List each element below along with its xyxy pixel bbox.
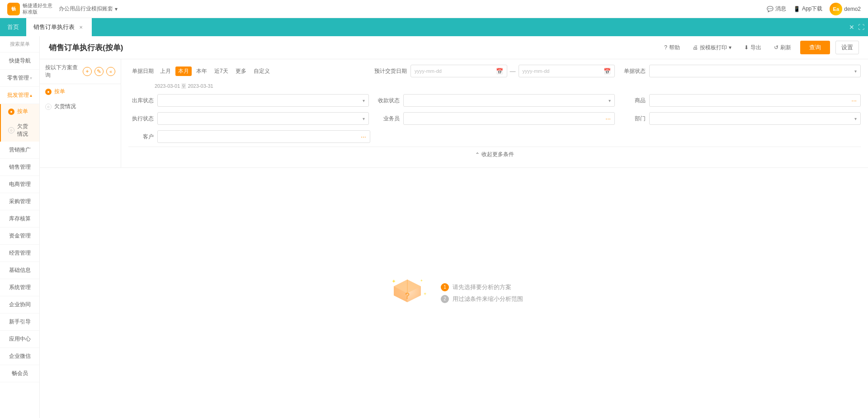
department-select[interactable]: ▾ <box>649 112 861 125</box>
delivery-date-from[interactable]: yyyy-mm-dd 📅 <box>410 65 507 77</box>
date-tab-custom[interactable]: 自定义 <box>251 66 273 76</box>
filter-area: 按以下方案查询 + ✎ « ● 按单 ○ 欠货情况 <box>40 59 868 168</box>
order-status-caret-icon: ▾ <box>854 69 857 74</box>
sidebar-quick-nav[interactable]: 快捷导航 <box>0 52 39 70</box>
sidebar-item-corp-wechat[interactable]: 企业微信 <box>0 348 39 365</box>
filter-row-1: 单据日期 上月 本月 本年 近7天 更多 自定义 <box>128 65 861 77</box>
filter-row-4: 客户 ··· <box>128 130 861 143</box>
step-2-circle: 2 <box>441 295 449 303</box>
app-selector[interactable]: 办公用品行业模拟账套 ▾ <box>56 4 120 14</box>
scheme-inactive-icon: ○ <box>45 104 52 110</box>
page-actions: ? 帮助 🖨 按模板打印 ▾ ⬇ 导出 ↺ 刷新 查询 设置 <box>660 41 859 54</box>
query-button[interactable]: 查询 <box>800 41 830 54</box>
main-layout: 搜索菜单 快捷导航 零售管理 ▾ 批发管理 ▴ ● 按单 ○ 欠货情况 营销推广 <box>0 36 868 418</box>
date-range-row: 2023-03-01 至 2023-03-31 <box>155 83 861 90</box>
help-button[interactable]: ? 帮助 <box>660 42 684 53</box>
delivery-status-select[interactable]: ▾ <box>157 94 369 107</box>
payment-status-caret-icon: ▾ <box>609 98 611 103</box>
payment-status-select[interactable]: ▾ <box>403 94 615 107</box>
filter-cell-salesperson: 业务员 ··· <box>374 112 615 125</box>
sidebar-item-sales-mgmt[interactable]: 销售管理 <box>0 159 39 176</box>
refresh-button[interactable]: ↺ 刷新 <box>770 42 795 53</box>
scheme-item-欠货情况[interactable]: ○ 欠货情况 <box>40 99 121 114</box>
scheme-item-按单[interactable]: ● 按单 <box>40 84 121 99</box>
collapse-button[interactable]: ⌃ 收起更多条件 <box>475 151 514 158</box>
app-download-action[interactable]: 📱 App下载 <box>793 5 822 13</box>
date-tab-prev[interactable]: 上月 <box>157 66 174 76</box>
delivery-date-to[interactable]: yyyy-mm-dd 📅 <box>519 65 615 77</box>
date-tabs: 上月 本月 本年 近7天 更多 自定义 <box>157 66 273 76</box>
empty-content: ? ✦ ✦ ✦ 1 请先选择要分析的方案 2 用过滤条件来缩小分析范围 <box>385 271 523 316</box>
user-profile[interactable]: Ea demo2 <box>830 3 861 15</box>
date-tab-more[interactable]: 更多 <box>233 66 249 76</box>
order-status-select[interactable]: ▾ <box>649 65 861 77</box>
tab-sales-exec[interactable]: 销售订单执行表 ✕ <box>26 18 92 36</box>
help-icon: ? <box>664 44 667 51</box>
empty-state: ? ✦ ✦ ✦ 1 请先选择要分析的方案 2 用过滤条件来缩小分析范围 <box>40 168 868 418</box>
sidebar-item-retail[interactable]: 零售管理 ▾ <box>0 70 39 87</box>
customer-label: 客户 <box>128 133 154 141</box>
scheme-active-icon: ● <box>45 89 52 95</box>
department-caret-icon: ▾ <box>854 116 857 121</box>
window-close-icon[interactable]: ✕ <box>849 24 854 31</box>
page-header: 销售订单执行表(按单) ? 帮助 🖨 按模板打印 ▾ ⬇ 导出 ↺ 刷新 <box>40 36 868 59</box>
collapse-left-button[interactable]: « <box>106 67 115 76</box>
filter-form-content: 单据日期 上月 本月 本年 近7天 更多 自定义 <box>121 59 868 167</box>
salesperson-input[interactable]: ··· <box>403 112 615 125</box>
submenu-debt[interactable]: ○ 欠货情况 <box>1 119 39 142</box>
filter-cell-department: 部门 ▾ <box>620 112 861 125</box>
sidebar-item-purchase[interactable]: 采购管理 <box>0 193 39 210</box>
sidebar-item-system[interactable]: 系统管理 <box>0 279 39 296</box>
product-label: 商品 <box>620 97 646 104</box>
filter-row-2: 出库状态 ▾ 收款状态 ▾ <box>128 94 861 107</box>
customer-dots-icon[interactable]: ··· <box>361 133 366 140</box>
delivery-date-inputs: yyyy-mm-dd 📅 — yyyy-mm-dd 📅 <box>410 65 615 77</box>
sidebar-item-finance[interactable]: 资金管理 <box>0 228 39 245</box>
nav-tabs: 首页 销售订单执行表 ✕ ✕ ⛶ <box>0 18 868 36</box>
sidebar-item-marketing[interactable]: 营销推广 <box>0 142 39 159</box>
tab-close-icon[interactable]: ✕ <box>77 24 85 31</box>
date-range-text: 2023-03-01 至 2023-03-31 <box>155 83 213 90</box>
product-input[interactable]: ··· <box>649 94 861 107</box>
product-dots-icon[interactable]: ··· <box>851 97 857 104</box>
exec-status-select[interactable]: ▾ <box>157 112 369 125</box>
window-maximize-icon[interactable]: ⛶ <box>858 24 864 31</box>
sidebar-item-operations[interactable]: 经营管理 <box>0 245 39 262</box>
date-tab-current[interactable]: 本月 <box>175 66 192 76</box>
date-tab-7days[interactable]: 近7天 <box>212 66 231 76</box>
empty-illustration: ? ✦ ✦ ✦ <box>385 271 430 316</box>
sidebar-item-newbie[interactable]: 新手引导 <box>0 314 39 331</box>
customer-input[interactable]: ··· <box>157 130 370 143</box>
svg-text:✦: ✦ <box>420 279 423 283</box>
sidebar-item-member[interactable]: 畅会员 <box>0 365 39 382</box>
left-panel-header: 按以下方案查询 + ✎ « <box>40 59 121 84</box>
brand-icon: 畅 <box>7 3 20 15</box>
left-panel: 按以下方案查询 + ✎ « ● 按单 ○ 欠货情况 <box>40 59 121 167</box>
sidebar-item-wholesale[interactable]: 批发管理 ▴ <box>0 87 39 104</box>
settings-button[interactable]: 设置 <box>835 41 859 54</box>
order-status-label: 单据状态 <box>620 67 646 75</box>
download-icon: 📱 <box>793 6 800 12</box>
print-button[interactable]: 🖨 按模板打印 ▾ <box>689 42 735 53</box>
message-action[interactable]: 💬 消息 <box>767 5 786 13</box>
step-1-circle: 1 <box>441 283 449 291</box>
submenu-sales-order[interactable]: ● 按单 <box>1 104 39 119</box>
delivery-status-label: 出库状态 <box>128 97 154 104</box>
export-button[interactable]: ⬇ 导出 <box>741 42 765 53</box>
sidebar-search[interactable]: 搜索菜单 <box>0 36 39 52</box>
top-header: 畅 畅捷通好生意 标准版 办公用品行业模拟账套 ▾ 💬 消息 📱 App下载 E… <box>0 0 868 18</box>
message-icon: 💬 <box>767 6 774 12</box>
svg-text:✦: ✦ <box>392 278 396 285</box>
sidebar-item-enterprise[interactable]: 企业协同 <box>0 296 39 314</box>
edit-scheme-button[interactable]: ✎ <box>94 67 104 76</box>
sidebar-item-app-center[interactable]: 应用中心 <box>0 331 39 348</box>
sidebar-item-base-info[interactable]: 基础信息 <box>0 262 39 279</box>
tab-home[interactable]: 首页 <box>0 18 26 36</box>
content-area: 销售订单执行表(按单) ? 帮助 🖨 按模板打印 ▾ ⬇ 导出 ↺ 刷新 <box>40 36 868 418</box>
sidebar-item-ecommerce[interactable]: 电商管理 <box>0 176 39 193</box>
add-scheme-button[interactable]: + <box>83 67 92 76</box>
date-tab-year[interactable]: 本年 <box>193 66 210 76</box>
active-dot-icon: ● <box>8 109 14 115</box>
salesperson-dots-icon[interactable]: ··· <box>605 115 611 122</box>
sidebar-item-inventory[interactable]: 库存核算 <box>0 210 39 228</box>
